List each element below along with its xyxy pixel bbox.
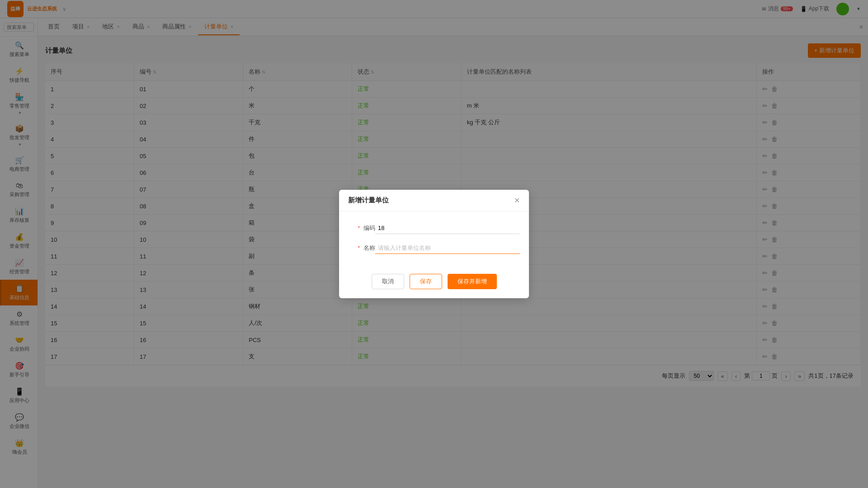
modal-close-button[interactable]: ✕ [514, 196, 520, 205]
add-unit-modal: 新增计量单位 ✕ * 编码 * 名称 取消 保存 保存并新增 [339, 190, 529, 298]
code-field-row: * 编码 [348, 222, 520, 234]
modal-footer: 取消 保存 保存并新增 [339, 269, 529, 298]
save-and-new-button[interactable]: 保存并新增 [448, 274, 497, 289]
name-required-star: * [358, 244, 360, 251]
save-button[interactable]: 保存 [410, 274, 442, 289]
name-field-row: * 名称 [348, 242, 520, 254]
modal-header: 新增计量单位 ✕ [339, 190, 529, 211]
name-input[interactable] [375, 242, 520, 254]
modal-title: 新增计量单位 [348, 196, 389, 205]
modal-overlay[interactable]: 新增计量单位 ✕ * 编码 * 名称 取消 保存 保存并新增 [0, 0, 868, 488]
code-input[interactable] [375, 222, 520, 234]
code-label: * 编码 [348, 224, 375, 232]
modal-body: * 编码 * 名称 [339, 211, 529, 269]
name-label: * 名称 [348, 244, 375, 252]
code-required-star: * [358, 225, 360, 231]
cancel-button[interactable]: 取消 [372, 274, 404, 289]
